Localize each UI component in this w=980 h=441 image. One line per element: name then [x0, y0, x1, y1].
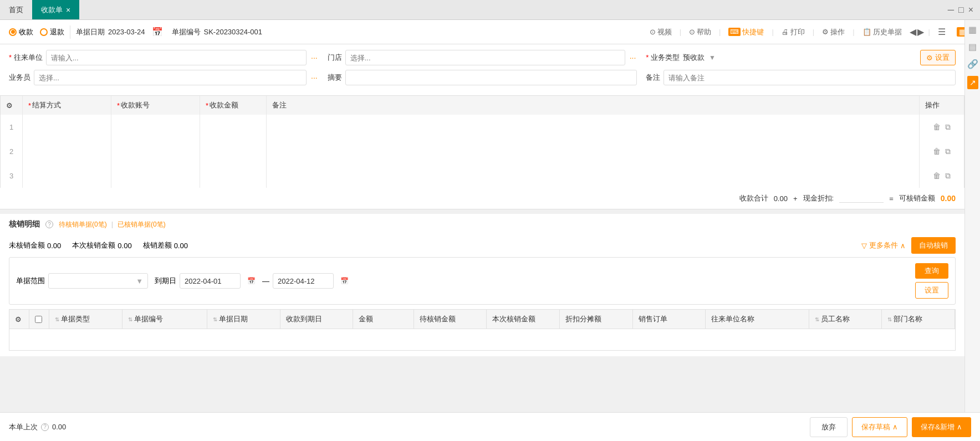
minimize-btn[interactable]: ─: [948, 5, 954, 15]
sidebar-list-icon[interactable]: ▤: [968, 42, 977, 52]
pending-tab[interactable]: 待核销单据(0笔): [59, 220, 107, 229]
current-stat: 本次核销金额 0.00: [72, 240, 131, 250]
bth-doc-date: ⇅ 单据日期: [207, 310, 280, 329]
filter-btns: 查询 设置: [915, 263, 948, 299]
save-dropdown-icon[interactable]: ∧: [957, 423, 962, 431]
date-field: 单据日期 2023-03-24 📅: [76, 25, 166, 39]
row-3-copy-icon[interactable]: ⧉: [945, 171, 951, 181]
row-2-account[interactable]: [111, 139, 200, 163]
row-2-settlement[interactable]: [23, 139, 111, 163]
partner-more-btn[interactable]: ···: [310, 53, 319, 62]
tab-close-btn[interactable]: ×: [66, 6, 70, 14]
help-label: 帮助: [697, 27, 711, 37]
help-btn[interactable]: ⊙ 帮助: [686, 25, 714, 39]
bth-doc-type-label: 单据类型: [61, 314, 90, 324]
row-2-copy-icon[interactable]: ⧉: [945, 147, 951, 156]
section-info-icon[interactable]: ?: [45, 221, 53, 228]
row-3-settlement[interactable]: [23, 163, 111, 188]
settings-filter-btn[interactable]: 设置: [915, 282, 948, 299]
calendar-icon[interactable]: 📅: [149, 25, 166, 39]
close-btn[interactable]: ×: [968, 5, 973, 15]
bth-discount-label: 折扣分摊额: [565, 314, 601, 324]
bth-sales-order: 销售订单: [633, 310, 706, 329]
done-tab[interactable]: 已核销单据(0笔): [118, 220, 166, 229]
bth-doc-type: ⇅ 单据类型: [49, 310, 122, 329]
list-view-btn[interactable]: ☰: [935, 25, 949, 39]
store-input[interactable]: [345, 50, 625, 65]
partner-input[interactable]: [46, 50, 307, 65]
print-label: 打印: [790, 27, 805, 37]
print-btn[interactable]: 🖨 打印: [778, 25, 808, 39]
history-btn[interactable]: 📋 历史单据: [859, 25, 905, 39]
row-3-remark[interactable]: [267, 163, 920, 188]
discard-btn[interactable]: 放弃: [810, 417, 848, 437]
store-more-btn[interactable]: ···: [629, 53, 637, 62]
row-1-delete-icon[interactable]: 🗑: [933, 122, 941, 131]
range-dropdown-icon[interactable]: ▼: [136, 277, 143, 285]
save-draft-btn[interactable]: 保存草稿 ∧: [852, 417, 907, 437]
stats-right: ▽ 更多条件 ∧ 自动核销: [861, 237, 956, 254]
date-separator: —: [262, 277, 269, 285]
summary-input[interactable]: [345, 70, 637, 85]
maximize-btn[interactable]: □: [958, 5, 964, 15]
row-2-num: 2: [1, 139, 23, 163]
row-2-amount[interactable]: [200, 139, 267, 163]
salesperson-input[interactable]: [34, 70, 307, 85]
tab-home[interactable]: 首页: [0, 0, 32, 19]
history-icon: 📋: [862, 28, 871, 36]
row-1-amount[interactable]: [200, 115, 267, 139]
date-range-field: 到期日 📅 — 📅: [155, 273, 352, 289]
row-1-remark[interactable]: [267, 115, 920, 139]
radio-receipt[interactable]: 收款: [9, 27, 33, 37]
business-type-dropdown[interactable]: ▼: [708, 53, 717, 63]
discount-label: 现金折扣:: [803, 193, 834, 203]
radio-receipt-label: 收款: [19, 27, 33, 37]
salesperson-more-btn[interactable]: ···: [310, 73, 319, 82]
bth-doc-date-label: 单据日期: [219, 314, 248, 324]
sidebar-grid-icon[interactable]: ▦: [968, 24, 977, 35]
bth-checkbox: [29, 310, 49, 329]
sidebar-expand-icon[interactable]: ↗: [967, 76, 978, 89]
date-to-input[interactable]: [273, 273, 334, 289]
note-input[interactable]: [663, 70, 956, 85]
bth-gear[interactable]: ⚙: [9, 310, 29, 329]
footer-info-icon[interactable]: ?: [41, 423, 49, 431]
save-new-btn[interactable]: 保存&新增 ∧: [912, 417, 971, 437]
row-1-account[interactable]: [111, 115, 200, 139]
radio-dot-receipt: [9, 28, 17, 36]
radio-refund[interactable]: 退款: [40, 27, 64, 37]
col-gear[interactable]: ⚙: [1, 96, 23, 115]
sort-icon: ⇅: [55, 316, 59, 322]
search-btn[interactable]: 查询: [915, 263, 948, 279]
row-3-delete-icon[interactable]: 🗑: [933, 171, 941, 180]
next-btn[interactable]: ▶: [917, 27, 924, 37]
settings-btn-form[interactable]: ⚙ 设置: [920, 50, 956, 65]
table-row: 2 🗑 ⧉: [0, 139, 964, 163]
row-3-account[interactable]: [111, 163, 200, 188]
range-select-wrapper: ▼: [48, 273, 148, 289]
row-1-copy-icon[interactable]: ⧉: [945, 122, 951, 132]
cal-to-icon[interactable]: 📅: [337, 275, 352, 286]
row-2-delete-icon[interactable]: 🗑: [933, 147, 941, 156]
operations-btn[interactable]: ⚙ 操作: [819, 25, 848, 39]
row-1-settlement[interactable]: [23, 115, 111, 139]
row-2-remark[interactable]: [267, 139, 920, 163]
sep4: |: [813, 28, 814, 36]
diff-stat: 核销差额 0.00: [143, 240, 188, 250]
auto-writeoff-btn[interactable]: 自动核销: [911, 237, 956, 254]
prev-btn[interactable]: ◀: [910, 27, 916, 37]
shortcut-btn[interactable]: ⌨ 快捷键: [725, 25, 767, 39]
discount-input[interactable]: [839, 194, 884, 203]
sidebar-link-icon[interactable]: 🔗: [967, 59, 978, 69]
sep2: |: [719, 28, 721, 36]
select-all-checkbox[interactable]: [35, 316, 42, 323]
row-3-amount[interactable]: [200, 163, 267, 188]
video-btn[interactable]: ⊙ 视频: [646, 25, 675, 39]
cal-from-icon[interactable]: 📅: [244, 275, 259, 286]
row-3-actions: 🗑 ⧉: [920, 163, 964, 188]
tab-receipt[interactable]: 收款单 ×: [32, 0, 79, 19]
date-from-input[interactable]: [180, 273, 241, 289]
draft-dropdown-icon[interactable]: ∧: [892, 423, 898, 431]
more-conditions-btn[interactable]: ▽ 更多条件 ∧: [861, 240, 906, 250]
diff-value: 0.00: [174, 242, 188, 250]
